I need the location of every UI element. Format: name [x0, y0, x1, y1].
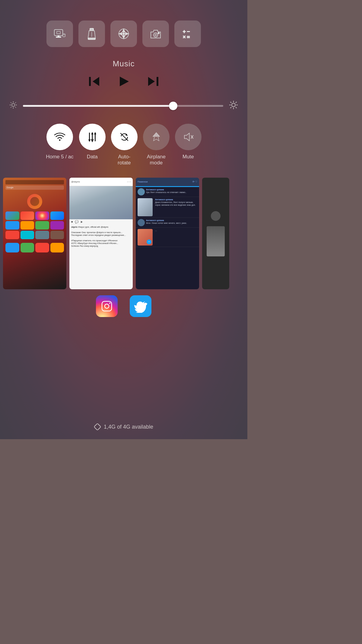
svg-line-45	[236, 102, 237, 103]
data-toggle[interactable]: Data	[79, 124, 106, 166]
mute-label: Mute	[183, 154, 194, 160]
svg-point-10	[123, 33, 125, 35]
svg-point-47	[59, 139, 61, 141]
home-screen-preview: Google	[3, 178, 66, 289]
autorotate-icon	[118, 131, 130, 143]
instagram-preview: @skprix • • • ♥ 💬 ➤ skprix #hayur pyre, …	[69, 178, 133, 289]
home-screen-thumb[interactable]: Google	[3, 178, 66, 289]
svg-marker-51	[91, 132, 94, 135]
play-button[interactable]	[118, 76, 129, 88]
tw-message-1: Антикосп цопана Уро Лент отказалось не о…	[136, 187, 199, 197]
screen-mirror-icon	[53, 27, 66, 40]
svg-line-37	[11, 107, 11, 108]
partial-app-thumb[interactable]	[202, 178, 229, 289]
instagram-icon	[100, 300, 113, 313]
brightness-slider[interactable]	[23, 105, 223, 107]
svg-marker-15	[122, 30, 125, 32]
insta-text: skprix #hayur pyre, official wth @skprix…	[69, 224, 133, 249]
twitter-preview: Паменои ⟳ ♡ Антикосп цопана Уро Лент отк…	[136, 178, 199, 289]
data-icon	[86, 131, 98, 143]
prev-button[interactable]	[88, 76, 100, 88]
navigation-button[interactable]	[110, 21, 137, 47]
brightness-row	[9, 100, 238, 112]
partial-preview	[202, 178, 229, 289]
next-button[interactable]	[148, 76, 159, 88]
twitter-app-icon[interactable]	[130, 295, 151, 317]
airplane-label: Airplanemode	[147, 154, 166, 166]
svg-marker-24	[93, 77, 99, 86]
flashlight-button[interactable]	[78, 21, 105, 47]
data-label: Data	[87, 154, 98, 160]
play-icon	[118, 76, 129, 87]
svg-rect-6	[90, 28, 94, 31]
svg-rect-0	[54, 30, 63, 36]
autorotate-label: Auto-rotate	[118, 154, 131, 166]
main-content: + − × = Music	[0, 0, 247, 439]
calculator-icon: + − × =	[181, 27, 194, 40]
svg-marker-18	[125, 33, 128, 35]
insta-header: @skprix • • •	[69, 178, 133, 186]
mute-icon	[182, 131, 194, 143]
wifi-toggle[interactable]: Home 5 / ac	[46, 124, 74, 166]
svg-marker-53	[94, 132, 97, 135]
twitter-thumb[interactable]: Паменои ⟳ ♡ Антикосп цопана Уро Лент отк…	[136, 178, 199, 289]
svg-rect-3	[56, 37, 61, 37]
screen-mirror-button[interactable]	[46, 21, 73, 47]
svg-point-29	[12, 103, 15, 106]
svg-marker-52	[88, 140, 91, 142]
autorotate-circle	[111, 124, 138, 150]
navigation-icon	[117, 27, 130, 40]
svg-line-43	[230, 102, 232, 103]
tw-message-3: Антикосп цопана Жло: Узнал хотел мне нич…	[136, 218, 199, 228]
svg-line-46	[230, 107, 232, 108]
svg-rect-1	[57, 31, 60, 34]
airplane-icon	[150, 131, 162, 143]
svg-rect-25	[89, 77, 91, 86]
mute-toggle[interactable]: Mute	[175, 124, 202, 166]
twitter-bird-icon	[134, 300, 147, 313]
data-circle	[79, 124, 106, 150]
svg-marker-16	[122, 36, 125, 38]
insta-post-image	[69, 186, 133, 219]
instagram-app-icon[interactable]	[96, 295, 118, 317]
status-bar-home	[5, 180, 64, 184]
camera-icon	[149, 27, 162, 40]
brightness-high-icon	[229, 100, 238, 112]
svg-line-36	[15, 102, 16, 103]
calculator-button[interactable]: + − × =	[174, 21, 201, 47]
brightness-thumb[interactable]	[169, 102, 177, 110]
quick-icons-row: + − × =	[40, 21, 207, 47]
svg-marker-58	[184, 133, 189, 141]
next-icon	[148, 76, 159, 87]
music-title: Music	[113, 59, 135, 68]
music-controls	[88, 76, 159, 88]
autorotate-toggle[interactable]: Auto-rotate	[111, 124, 138, 166]
app-icons-row	[96, 295, 151, 317]
svg-marker-17	[119, 33, 122, 35]
svg-text:+  −: + −	[183, 29, 190, 34]
svg-rect-4	[63, 34, 65, 37]
brightness-low-icon	[9, 101, 17, 111]
brightness-fill	[23, 105, 173, 107]
svg-point-63	[109, 303, 110, 304]
svg-line-56	[120, 133, 128, 141]
wifi-icon	[54, 131, 66, 143]
airplane-toggle[interactable]: Airplanemode	[143, 124, 170, 166]
wifi-label: Home 5 / ac	[46, 154, 74, 160]
camera-button[interactable]	[142, 21, 169, 47]
svg-point-20	[155, 34, 157, 36]
tw-header: Паменои ⟳ ♡	[136, 178, 199, 186]
toggle-row: Home 5 / ac Data	[40, 124, 208, 166]
svg-point-21	[158, 33, 159, 34]
instagram-thumb[interactable]: @skprix • • • ♥ 💬 ➤ skprix #hayur pyre, …	[69, 178, 133, 289]
svg-line-44	[236, 107, 237, 108]
svg-text:×  =: × =	[183, 34, 190, 40]
music-section: Music	[0, 59, 247, 124]
sun-small-icon	[9, 101, 17, 109]
app-switcher: Google	[0, 178, 247, 289]
svg-point-38	[232, 103, 235, 107]
mute-circle	[175, 124, 202, 150]
svg-point-62	[105, 304, 109, 308]
tw-message-2: Антикосп цопана Диаго Климентен, Лент по…	[136, 197, 199, 218]
svg-rect-28	[157, 77, 158, 86]
